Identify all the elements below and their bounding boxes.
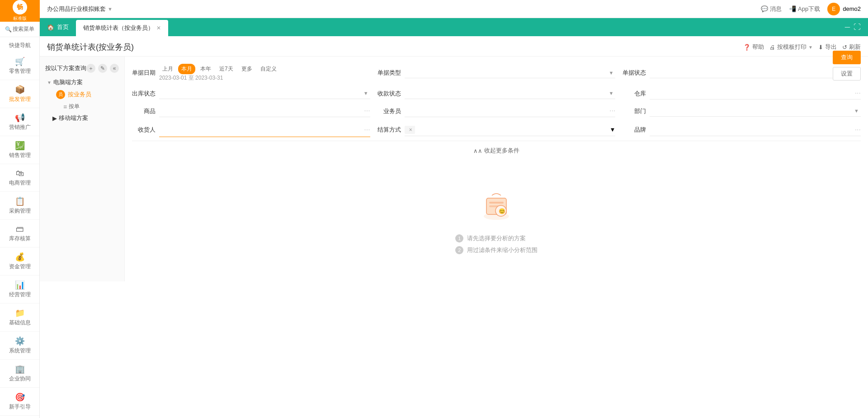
date-btn-this-month[interactable]: 本月: [178, 64, 195, 74]
doc-type-select[interactable]: [405, 69, 616, 76]
topbar-dropdown-icon[interactable]: ▼: [108, 6, 113, 12]
search-menu-label[interactable]: 🔍 搜索菜单: [5, 25, 34, 33]
tab-close-btn[interactable]: ✕: [156, 25, 161, 31]
newbie-icon: 🎯: [15, 392, 25, 402]
consignee-label: 收货人: [132, 126, 156, 134]
right-panel: 单据日期 上月 本月 本年 近7天 更多 自定义: [125, 57, 868, 281]
tab-sales-stats[interactable]: 销货单统计表（按业务员） ✕: [76, 20, 168, 36]
panel-edit-btn[interactable]: ✎: [98, 64, 107, 73]
export-btn[interactable]: ⬇ 导出: [818, 43, 837, 51]
tab-minimize-btn[interactable]: ─: [845, 23, 850, 31]
sidebar-item-wholesale[interactable]: 📦 批发管理: [0, 80, 39, 108]
consignee-control[interactable]: ···: [159, 123, 370, 137]
query-buttons-area: 查询 设置: [833, 57, 861, 81]
payment-control[interactable]: × ▼: [405, 124, 616, 136]
avatar: E: [827, 3, 840, 15]
tab-controls: ─ ⛶: [845, 23, 868, 31]
out-status-select[interactable]: [159, 90, 370, 97]
date-btn-custom[interactable]: 自定义: [257, 64, 280, 74]
quick-nav-label: 快捷导航: [9, 37, 31, 52]
app-download-btn[interactable]: 📲 App下载: [789, 5, 820, 13]
tab-maximize-btn[interactable]: ⛶: [854, 23, 861, 31]
sidebar-item-sales-label: 销售管理: [9, 152, 31, 159]
collapse-row: ∧∧ 收起更多条件: [132, 141, 861, 162]
sidebar-search-area[interactable]: 🔍 搜索菜单: [0, 22, 39, 37]
panel-controls: ＋ ✎ «: [86, 64, 119, 73]
date-btn-last-month[interactable]: 上月: [159, 64, 176, 74]
tree-child-by-staff[interactable]: 员 按业务员: [43, 88, 121, 101]
brand-label: 品牌: [623, 126, 646, 134]
content-area: 销货单统计表(按业务员) ❓ 帮助 🖨 按模板打印 ▼ ⬇ 导出: [40, 36, 868, 418]
warehouse-control[interactable]: ···: [650, 87, 861, 100]
sidebar-item-ecommerce[interactable]: 🛍 电商管理: [0, 164, 39, 192]
sidebar-item-base[interactable]: 📁 基础信息: [0, 304, 39, 332]
sidebar-item-sales[interactable]: 💹 销售管理: [0, 136, 39, 164]
tree-pc-group[interactable]: ▼ 电脑端方案: [43, 76, 121, 88]
print-dropdown-icon: ▼: [808, 45, 813, 50]
filter-goods: 商品 ···: [132, 105, 370, 117]
query-btn[interactable]: 查询: [833, 57, 861, 64]
page-title: 销货单统计表(按业务员): [47, 42, 134, 52]
panel-add-btn[interactable]: ＋: [86, 64, 95, 73]
sidebar-logo[interactable]: 畅 标准版: [0, 0, 40, 22]
retail-icon: 🛒: [15, 57, 25, 66]
inventory-icon: 🗃: [16, 224, 24, 234]
sidebar-item-marketing[interactable]: 📢 营销推广: [0, 108, 39, 136]
tab-home[interactable]: 🏠 首页: [40, 18, 76, 36]
user-area[interactable]: E demo2: [827, 3, 861, 15]
purchase-icon: 📋: [15, 196, 25, 206]
date-btn-more[interactable]: 更多: [238, 64, 255, 74]
collect-status-select[interactable]: [405, 90, 616, 97]
sidebar-item-system[interactable]: ⚙️ 系统管理: [0, 332, 39, 360]
refresh-btn[interactable]: ↺ 刷新: [842, 43, 861, 51]
goods-dots-icon[interactable]: ···: [364, 107, 370, 115]
sales-icon: 💹: [15, 141, 25, 151]
doc-status-select[interactable]: [650, 69, 861, 76]
goods-control[interactable]: ···: [159, 105, 370, 117]
payment-remove-btn[interactable]: ×: [409, 127, 412, 133]
brand-control[interactable]: ···: [650, 124, 861, 136]
base-icon: 📁: [15, 308, 25, 318]
sidebar-item-inventory[interactable]: 🗃 库存核算: [0, 220, 39, 247]
staff-control[interactable]: ···: [405, 105, 616, 117]
date-range-display: 2023-03-01 至 2023-03-31: [159, 74, 370, 82]
sidebar-item-marketing-label: 营销推广: [9, 124, 31, 131]
collapse-btn[interactable]: ∧∧ 收起更多条件: [468, 145, 525, 157]
operation-icon: 📊: [15, 280, 25, 290]
sidebar-item-inventory-label: 库存核算: [9, 235, 31, 242]
sidebar-item-enterprise[interactable]: 🏢 企业协同: [0, 360, 39, 388]
warehouse-dots-icon[interactable]: ···: [855, 89, 861, 97]
topbar-right: 💬 消息 📲 App下载 E demo2: [761, 3, 861, 15]
consignee-input[interactable]: [159, 124, 364, 135]
svg-text:😊: 😊: [499, 208, 505, 214]
print-icon: 🖨: [769, 44, 775, 51]
payment-label: 结算方式: [377, 126, 401, 134]
date-btn-this-year[interactable]: 本年: [197, 64, 214, 74]
empty-icon: 😊: [478, 189, 514, 225]
topbar-app-name: 办公用品行业模拟账套: [47, 5, 106, 13]
tree-mobile-group[interactable]: ▶ 移动端方案: [43, 112, 121, 124]
message-btn[interactable]: 💬 消息: [761, 5, 782, 13]
sidebar-item-finance[interactable]: 💰 资金管理: [0, 247, 39, 276]
out-status-select-wrapper: ▼: [159, 88, 370, 99]
filter-row-3: 商品 ··· 业务员 ···: [132, 105, 861, 117]
sidebar-item-purchase[interactable]: 📋 采购管理: [0, 192, 39, 220]
sidebar-item-retail[interactable]: 🛒 零售管理: [0, 52, 39, 80]
sidebar-item-newbie[interactable]: 🎯 新手引导: [0, 388, 39, 416]
help-btn[interactable]: ❓ 帮助: [743, 43, 764, 51]
sidebar-item-apps[interactable]: 📱 应用中心: [0, 416, 39, 418]
consignee-dots-icon[interactable]: ···: [364, 126, 370, 134]
dept-select[interactable]: [650, 108, 861, 114]
date-btn-7days[interactable]: 近7天: [216, 64, 236, 74]
tabbar: 🏠 首页 销货单统计表（按业务员） ✕ ─ ⛶: [40, 18, 868, 36]
sidebar-item-operation[interactable]: 📊 经营管理: [0, 276, 39, 304]
tree-subchild-by-order[interactable]: ≡ 按单: [43, 101, 121, 112]
brand-dots-icon[interactable]: ···: [855, 126, 861, 134]
print-btn[interactable]: 🖨 按模板打印 ▼: [769, 43, 813, 51]
page-header: 销货单统计表(按业务员) ❓ 帮助 🖨 按模板打印 ▼ ⬇ 导出: [40, 36, 868, 57]
staff-dots-icon[interactable]: ···: [609, 107, 615, 115]
panel-collapse-btn[interactable]: «: [110, 64, 119, 73]
logo-text: 标准版: [13, 15, 27, 22]
settings-btn[interactable]: 设置: [833, 67, 861, 81]
tree-subchild-by-order-label: 按单: [69, 103, 80, 110]
